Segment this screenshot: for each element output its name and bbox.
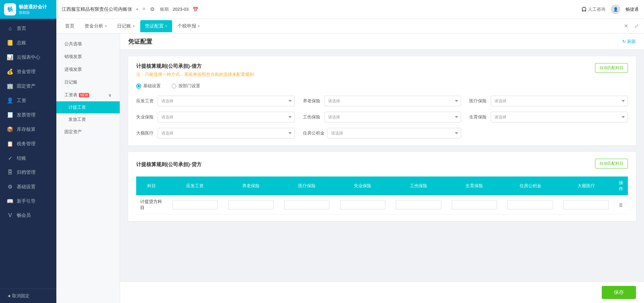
select-yanglao[interactable]: 请选择 [324, 96, 462, 106]
sidebar-label-guide: 新手引导 [17, 198, 36, 204]
close-window-icon[interactable]: ✕ [623, 21, 630, 31]
period-label: 账期 [160, 6, 169, 12]
tab-tax[interactable]: 个税申报 × [173, 20, 205, 32]
settings-gear-icon[interactable]: ⚙ [150, 6, 155, 12]
radio-basic-label: 基础设置 [143, 83, 161, 89]
menu-item-sales[interactable]: 销项发票 [56, 50, 120, 63]
sidebar-item-capital[interactable]: 💰 资金管理 [0, 64, 56, 79]
sidebar-item-tax[interactable]: 📋 税务管理 [0, 137, 56, 151]
debit-section-header: 计提核算规则(公司承担)-借方 注：只能选择一种方式，系统将按照您当前的选择来配… [136, 63, 254, 83]
sidebar-item-guide[interactable]: 📖 新手引导 [0, 194, 56, 208]
form-row-gongshang: 工伤保险 请选择 [303, 112, 462, 122]
company-dropdown-icon[interactable]: ▾ [136, 7, 138, 12]
sidebar-item-checkout[interactable]: ✓ 结账 [0, 151, 56, 165]
menu-item-purchase[interactable]: 进项发票 [56, 63, 120, 76]
add-company-button[interactable]: + [142, 6, 146, 13]
debit-auto-match-button[interactable]: 自动匹配科目 [595, 63, 628, 73]
tab-tax-close-icon[interactable]: × [198, 24, 200, 29]
support-button[interactable]: 🎧 人工咨询 [581, 6, 605, 12]
tab-tax-label: 个税申报 [177, 23, 196, 29]
menu-item-public[interactable]: 公共选项 [56, 38, 120, 50]
sidebar-item-inventory[interactable]: 📦 库存核算 [0, 122, 56, 137]
logo-name: 畅捷通好会计 [19, 4, 47, 10]
maximize-icon[interactable]: ⤢ [633, 21, 640, 31]
sidebar-label-invoice: 发票管理 [17, 112, 36, 118]
input-credit-dae[interactable] [564, 200, 609, 209]
sidebar-label-vip: 畅会员 [17, 212, 31, 218]
sidebar-label-inventory: 库存核算 [17, 127, 36, 133]
select-gongshang[interactable]: 请选择 [324, 112, 462, 122]
sidebar-label-assets: 固定资产 [17, 83, 36, 89]
menu-item-fixed-assets[interactable]: 固定资产 [56, 125, 120, 138]
select-shengyu[interactable]: 请选择 [491, 112, 628, 122]
input-credit-yiliao[interactable] [284, 200, 330, 209]
cell-op: 🗑 [614, 195, 628, 214]
refresh-button[interactable]: ↻ 刷新 [622, 39, 636, 45]
credit-section-title: 计提核算规则(公司承担)-贷方 [136, 161, 202, 168]
tab-journal[interactable]: 日记账 × [112, 20, 140, 32]
credit-auto-match-button[interactable]: 自动匹配科目 [595, 159, 628, 168]
radio-dept-circle [171, 84, 176, 89]
sidebar-item-home[interactable]: ⌂ 首页 [0, 21, 56, 36]
menu-sub-item-calc[interactable]: 计提工资 [56, 101, 120, 113]
radio-basic[interactable]: 基础设置 [136, 83, 161, 89]
input-credit-gjj[interactable] [507, 200, 553, 209]
tab-home[interactable]: 首页 [60, 20, 79, 32]
debit-section-title: 计提核算规则(公司承担)-借方 [136, 63, 254, 69]
capital-icon: 💰 [7, 68, 13, 75]
table-header-row: 科目 应发工资 养老保险 医疗保险 失业保险 工伤保险 生育保险 住房公积金 大… [136, 176, 628, 195]
select-shiye[interactable]: 请选择 [158, 112, 295, 122]
tab-voucher-close-icon[interactable]: × [165, 24, 167, 29]
sidebar-cancel-pin[interactable]: ◄ 取消固定 [0, 289, 56, 303]
menu-sub-item-dist[interactable]: 发放工资 [56, 113, 120, 125]
input-credit-shiye[interactable] [340, 200, 386, 209]
reports-icon: 📊 [7, 54, 13, 60]
company-name: 江西服宝精品有限责任公司内账张 [62, 6, 132, 12]
sidebar-item-assets[interactable]: 🏢 固定资产 [0, 79, 56, 93]
sidebar-item-ledger[interactable]: 📒 总账 [0, 36, 56, 50]
sidebar-item-archive[interactable]: 🗄 归档管理 [0, 165, 56, 180]
tab-capital[interactable]: 资金分析 × [80, 20, 112, 32]
delete-row-button[interactable]: 🗑 [619, 202, 624, 208]
select-yiliao[interactable]: 请选择 [491, 96, 628, 106]
input-credit-shengyu[interactable] [452, 200, 497, 209]
logo-icon: 畅 [4, 3, 16, 15]
sidebar-label-archive: 归档管理 [17, 169, 36, 175]
credit-section: 计提核算规则(公司承担)-贷方 自动匹配科目 科目 应发工资 养老保险 医疗保险… [128, 152, 636, 221]
sidebar-item-invoice[interactable]: 🧾 发票管理 [0, 108, 56, 122]
form-row-yiliao: 医疗保险 请选择 [469, 96, 628, 106]
calendar-icon[interactable]: 📅 [193, 7, 198, 12]
select-yingfa[interactable]: 请选择 [158, 96, 295, 106]
logo-text-block: 畅捷通好会计 旗舰版 [19, 4, 47, 15]
sidebar-label-settings: 基础设置 [17, 184, 36, 190]
sidebar-item-reports[interactable]: 📊 云报表中心 [0, 50, 56, 64]
menu-group-payroll-header[interactable]: 工资表 NEW ∨ [56, 89, 120, 101]
credit-table: 科目 应发工资 养老保险 医疗保险 失业保险 工伤保险 生育保险 住房公积金 大… [136, 176, 628, 214]
tab-capital-close-icon[interactable]: × [105, 24, 107, 29]
select-gjj[interactable]: 请选择 [327, 128, 462, 139]
form-row-yanglao: 养老保险 请选择 [303, 96, 462, 106]
input-credit-yanglao[interactable] [228, 200, 274, 209]
input-credit-gongshang[interactable] [396, 200, 441, 209]
radio-basic-dot [138, 85, 140, 87]
th-subject: 科目 [136, 176, 167, 195]
debit-section: 计提核算规则(公司承担)-借方 注：只能选择一种方式，系统将按照您当前的选择来配… [128, 56, 636, 145]
menu-item-journal[interactable]: 日记账 [56, 76, 120, 89]
tab-voucher[interactable]: 凭证配置 × [140, 20, 172, 32]
sidebar-item-salary[interactable]: 👤 工资 [0, 93, 56, 108]
label-gjj: 住房公积金 [303, 130, 325, 136]
save-button[interactable]: 保存 [602, 286, 636, 299]
label-yiliao: 医疗保险 [469, 98, 488, 104]
form-row-shiye: 失业保险 请选择 [136, 112, 295, 122]
radio-dept[interactable]: 按部门设置 [171, 83, 200, 89]
input-credit-yingfa[interactable] [172, 200, 218, 209]
menu-group-payroll: 工资表 NEW ∨ 计提工资 发放工资 [56, 89, 120, 125]
tab-home-label: 首页 [65, 23, 74, 29]
sidebar-item-settings[interactable]: ⚙ 基础设置 [0, 180, 56, 194]
credit-title-row: 计提核算规则(公司承担)-贷方 自动匹配科目 [136, 159, 628, 172]
tab-journal-close-icon[interactable]: × [132, 24, 135, 29]
tab-capital-label: 资金分析 [85, 23, 103, 29]
sidebar-item-vip[interactable]: V 畅会员 [0, 208, 56, 222]
select-dae[interactable]: 请选择 [158, 128, 295, 139]
sidebar-label-tax: 税务管理 [17, 141, 36, 147]
